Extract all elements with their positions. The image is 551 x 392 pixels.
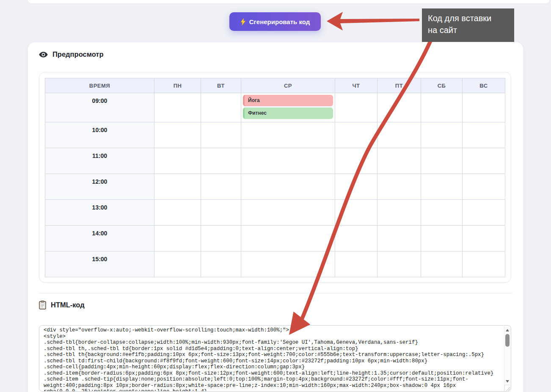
main-card: Предпросмотр ВРЕМЯПНВТСРЧТПТСБВС 09:00Йо… [28,42,523,392]
day-cell [154,93,201,122]
day-cell [335,93,377,122]
table-row: 12:00 [45,174,505,200]
day-cell [335,122,377,148]
day-cell [335,174,377,200]
schedule-event[interactable]: Фитнес [243,108,333,119]
scrollbar-up-arrow-icon[interactable] [506,329,509,331]
day-cell [463,226,505,251]
day-cell [241,122,335,148]
day-cell [241,226,335,251]
time-cell: 09:00 [45,93,154,122]
day-cell [154,174,201,200]
column-header: СР [241,78,335,93]
day-cell [154,251,201,277]
column-header: ЧТ [335,78,377,93]
day-cell [201,148,241,174]
time-cell: 11:00 [45,148,154,174]
scrollbar-down-arrow-icon[interactable] [506,380,509,383]
day-cell [421,200,463,226]
scrollbar-thumb[interactable] [505,334,510,347]
column-header: ВС [463,78,505,93]
day-cell [154,200,201,226]
schedule-table: ВРЕМЯПНВТСРЧТПТСБВС 09:00ЙогаФитнес10:00… [45,78,505,277]
day-cell [241,174,335,200]
time-cell: 12:00 [45,174,154,200]
section-divider [39,293,512,293]
time-cell: 13:00 [45,200,154,226]
annotation-tooltip-text: Код для вставки на сайт [428,14,491,35]
day-cell [201,200,241,226]
day-cell [335,148,377,174]
code-section-heading: HTML-код [39,301,85,309]
preview-heading-label: Предпросмотр [52,50,104,58]
day-cell [421,174,463,200]
day-cell [463,93,505,122]
time-cell: 14:00 [45,226,154,251]
time-cell: 10:00 [45,122,154,148]
day-cell [377,174,421,200]
day-cell [463,148,505,174]
table-row: 11:00 [45,148,505,174]
day-cell [377,122,421,148]
day-cell [377,251,421,277]
resize-grip-icon[interactable] [504,385,510,391]
preview-section-heading: Предпросмотр [39,50,104,58]
day-cell [154,226,201,251]
day-cell [335,251,377,277]
day-cell [421,93,463,122]
day-cell [377,93,421,122]
html-code-text[interactable]: <div style="overflow-x:auto;-webkit-over… [44,327,504,392]
code-heading-label: HTML-код [51,301,85,309]
day-cell [421,148,463,174]
day-cell [335,200,377,226]
column-header: ВРЕМЯ [45,78,154,93]
table-row: 15:00 [45,251,505,277]
day-cell [377,148,421,174]
html-code-field[interactable]: <div style="overflow-x:auto;-webkit-over… [39,325,511,392]
previous-card-bottom-edge [28,0,549,3]
day-cell [463,251,505,277]
generate-code-button-label: Сгенерировать код [249,18,310,25]
column-header: ВТ [201,78,241,93]
day-cell [463,122,505,148]
day-cell [241,148,335,174]
annotation-tooltip: Код для вставки на сайт [422,8,514,42]
eye-icon [39,52,48,58]
column-header: ПТ [377,78,421,93]
lightning-icon [240,18,246,25]
table-row: 14:00 [45,226,505,251]
clipboard-icon [39,301,46,309]
column-header: СБ [421,78,463,93]
day-cell [421,251,463,277]
day-cell [421,122,463,148]
day-cell [241,251,335,277]
day-cell [377,200,421,226]
day-cell [201,122,241,148]
day-cell [421,226,463,251]
table-row: 13:00 [45,200,505,226]
arrow-to-button [327,12,419,30]
schedule-event[interactable]: Йога [243,95,333,106]
day-cell [154,148,201,174]
table-row: 10:00 [45,122,505,148]
day-cell [463,200,505,226]
day-cell [201,174,241,200]
day-cell [241,200,335,226]
table-row: 09:00ЙогаФитнес [45,93,505,122]
scrollbar-track[interactable] [504,326,510,391]
generate-code-button[interactable]: Сгенерировать код [229,12,321,31]
day-cell [335,226,377,251]
time-cell: 15:00 [45,251,154,277]
day-cell [377,226,421,251]
day-cell [463,174,505,200]
schedule-preview-panel: ВРЕМЯПНВТСРЧТПТСБВС 09:00ЙогаФитнес10:00… [39,72,511,283]
day-cell [154,122,201,148]
day-cell [201,251,241,277]
column-header: ПН [154,78,201,93]
day-cell [201,226,241,251]
schedule-body: 09:00ЙогаФитнес10:0011:0012:0013:0014:00… [45,93,505,277]
schedule-header-row: ВРЕМЯПНВТСРЧТПТСБВС [45,78,505,93]
day-cell: ЙогаФитнес [241,93,335,122]
day-cell [201,93,241,122]
